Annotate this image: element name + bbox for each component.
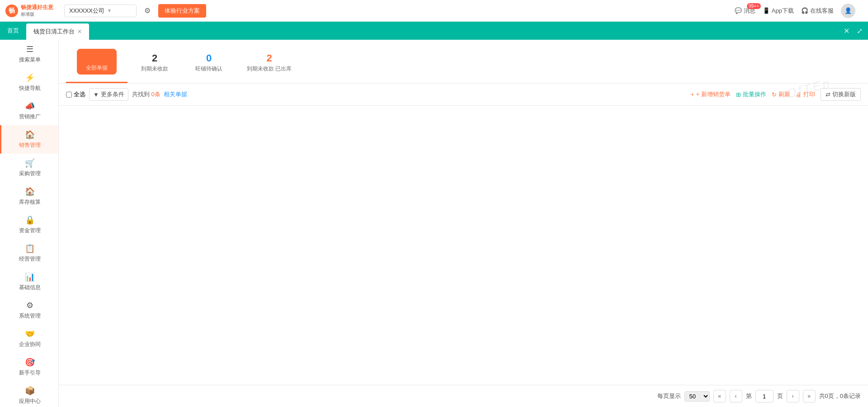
tab-bar: 首页 钱货日清工作台 ✕ ✕ ⤢ — [0, 22, 868, 40]
stat-tab-all[interactable]: 2 全部单据 — [66, 45, 127, 83]
prev-page-button[interactable]: ‹ — [730, 390, 742, 402]
tab-close-icon[interactable]: ✕ — [77, 28, 82, 35]
system-icon: ⚙ — [26, 300, 33, 310]
stat-overdue-delivered-num: 2 — [267, 52, 272, 64]
found-count: 0条 — [151, 91, 160, 98]
add-sales-button[interactable]: ＋ + 新增销货单 — [689, 90, 731, 98]
select-all-label[interactable]: 全选 — [66, 90, 85, 98]
enterprise-icon: 🤝 — [25, 329, 35, 339]
experience-button[interactable]: 体验行业方案 — [158, 4, 206, 18]
app-download-icon: 📱 — [763, 7, 770, 14]
batch-op-button[interactable]: ⊞ 批量操作 — [736, 90, 766, 98]
page-number-input[interactable] — [755, 390, 774, 402]
tab-expand-icon[interactable]: ⤢ — [855, 25, 864, 37]
first-page-button[interactable]: « — [713, 390, 726, 402]
cash-goods-tab-label: 钱货日清工作台 — [33, 28, 75, 36]
sidebar-label-search-menu: 搜索菜单 — [19, 56, 41, 64]
select-all-checkbox[interactable] — [66, 92, 72, 98]
finance-icon: 🔒 — [25, 215, 35, 225]
company-selector[interactable]: XXXXXX公司 ▼ — [64, 5, 137, 17]
app-download-action[interactable]: 📱 App下载 — [763, 7, 794, 15]
headset-icon: 🎧 — [801, 7, 808, 14]
purchase-icon: 🛒 — [25, 158, 35, 168]
online-service-label: 在线客服 — [810, 7, 834, 15]
operations-icon: 📋 — [25, 243, 35, 253]
message-action[interactable]: 💬 消息 99+ — [735, 7, 755, 15]
tab-home[interactable]: 首页 — [0, 22, 26, 40]
sidebar-item-search-menu[interactable]: ☰ 搜索菜单 — [0, 40, 58, 68]
main-layout: ☰ 搜索菜单 ⚡ 快捷导航 📣 营销推广 🏠 销售管理 🛒 采购管理 🏠 库存核… — [0, 40, 868, 407]
print-icon: 🖨 — [796, 91, 802, 98]
stats-tabs-row: 2 全部单据 2 到期未收款 0 旺铺待确认 2 到期未收款 已出 — [66, 45, 861, 83]
logo-area: 畅 畅捷通好生意 标准版 — [5, 4, 64, 18]
sidebar-item-guide[interactable]: 🎯 新手引导 — [0, 353, 58, 381]
sidebar-item-system[interactable]: ⚙ 系统管理 — [0, 296, 58, 324]
tab-close-all-icon[interactable]: ✕ — [842, 25, 851, 37]
switch-version-button[interactable]: ⇄ 切换新版 — [821, 88, 861, 101]
message-icon: 💬 — [735, 7, 742, 14]
sidebar-label-inventory: 库存核算 — [19, 198, 41, 206]
refresh-icon: ↻ — [772, 91, 777, 98]
inventory-icon: 🏠 — [25, 187, 35, 196]
stat-tab-overdue-delivered[interactable]: 2 到期未收款 已出库 — [236, 45, 302, 83]
stat-overdue-num: 2 — [152, 52, 157, 64]
last-page-button[interactable]: » — [803, 390, 816, 402]
sidebar-label-guide: 新手引导 — [19, 369, 41, 377]
company-name: XXXXXX公司 — [69, 7, 104, 15]
stat-tab-overdue[interactable]: 2 到期未收款 — [127, 45, 182, 83]
user-avatar-icon: 👤 — [844, 7, 852, 14]
stats-tabs: 2 全部单据 2 到期未收款 0 旺铺待确认 2 到期未收款 已出 — [59, 40, 868, 84]
per-page-select[interactable]: 50 20 100 — [684, 391, 710, 402]
sidebar-item-quick-nav[interactable]: ⚡ 快捷导航 — [0, 68, 58, 97]
message-badge: 99+ — [747, 3, 761, 9]
related-link[interactable]: 相关单据 — [164, 91, 187, 98]
found-text: 共找到 0条 相关单据 — [132, 90, 187, 98]
marketing-icon: 📣 — [25, 101, 35, 111]
stat-overdue-label: 到期未收款 — [141, 65, 168, 73]
sidebar-item-purchase[interactable]: 🛒 采购管理 — [0, 154, 58, 182]
tab-bar-actions: ✕ ⤢ — [842, 25, 868, 37]
sidebar-label-base-info: 基础信息 — [19, 284, 41, 291]
sidebar-item-marketing[interactable]: 📣 营销推广 — [0, 97, 58, 125]
sidebar-label-app-center: 应用中心 — [19, 398, 41, 405]
dropdown-arrow-icon: ▼ — [107, 8, 112, 13]
page-suffix: 页 — [777, 392, 783, 400]
top-header: 畅 畅捷通好生意 标准版 XXXXXX公司 ▼ ⚙ 体验行业方案 💬 消息 99… — [0, 0, 868, 22]
online-service-action[interactable]: 🎧 在线客服 — [801, 7, 834, 15]
more-filters-button[interactable]: ▼ 更多条件 — [89, 88, 128, 101]
next-page-button[interactable]: › — [787, 390, 799, 402]
batch-icon: ⊞ — [736, 91, 741, 98]
header-right: 💬 消息 99+ 📱 App下载 🎧 在线客服 👤 — [735, 4, 863, 18]
sidebar-item-base-info[interactable]: 📊 基础信息 — [0, 267, 58, 296]
refresh-button[interactable]: ↻ 刷新 — [772, 90, 790, 98]
sales-icon: 🏠 — [25, 130, 35, 140]
sidebar-label-finance: 资金管理 — [19, 227, 41, 234]
sidebar-label-purchase: 采购管理 — [19, 170, 41, 178]
sidebar-item-operations[interactable]: 📋 经营管理 — [0, 239, 58, 267]
sidebar-item-sales[interactable]: 🏠 销售管理 — [0, 125, 58, 154]
pagination: 每页显示 50 20 100 « ‹ 第 页 › » 共0页，0条记录 — [59, 385, 868, 407]
toolbar-right: ＋ + 新增销货单 ⊞ 批量操作 ↻ 刷新 🖨 打印 ⇄ 切换新版 — [689, 88, 861, 101]
sidebar-item-enterprise[interactable]: 🤝 企业协同 — [0, 324, 58, 353]
logo-line1: 畅捷通好生意 — [21, 4, 53, 11]
tab-cash-goods[interactable]: 钱货日清工作台 ✕ — [26, 23, 89, 40]
avatar[interactable]: 👤 — [841, 4, 855, 18]
home-tab-label: 首页 — [7, 27, 19, 35]
sidebar-item-inventory[interactable]: 🏠 库存核算 — [0, 182, 58, 211]
logo-icon: 畅 — [5, 5, 18, 17]
settings-button[interactable]: ⚙ — [140, 4, 155, 18]
base-info-icon: 📊 — [25, 272, 35, 282]
app-download-label: App下载 — [772, 7, 794, 15]
toolbar-left: 全选 ▼ 更多条件 共找到 0条 相关单据 — [66, 88, 187, 101]
page-label: 第 — [746, 392, 752, 400]
table-area — [59, 106, 868, 385]
quick-nav-icon: ⚡ — [25, 73, 35, 83]
print-button[interactable]: 🖨 打印 — [796, 90, 815, 98]
sidebar-item-app-center[interactable]: 📦 应用中心 — [0, 381, 58, 407]
sidebar-item-finance[interactable]: 🔒 资金管理 — [0, 211, 58, 239]
add-icon: ＋ — [689, 90, 695, 98]
total-records-label: 共0页，0条记录 — [819, 392, 861, 400]
stat-tab-wangpu[interactable]: 0 旺铺待确认 — [182, 45, 236, 83]
switch-icon: ⇄ — [826, 91, 830, 98]
content-area: 2 全部单据 2 到期未收款 0 旺铺待确认 2 到期未收款 已出 — [59, 40, 868, 407]
